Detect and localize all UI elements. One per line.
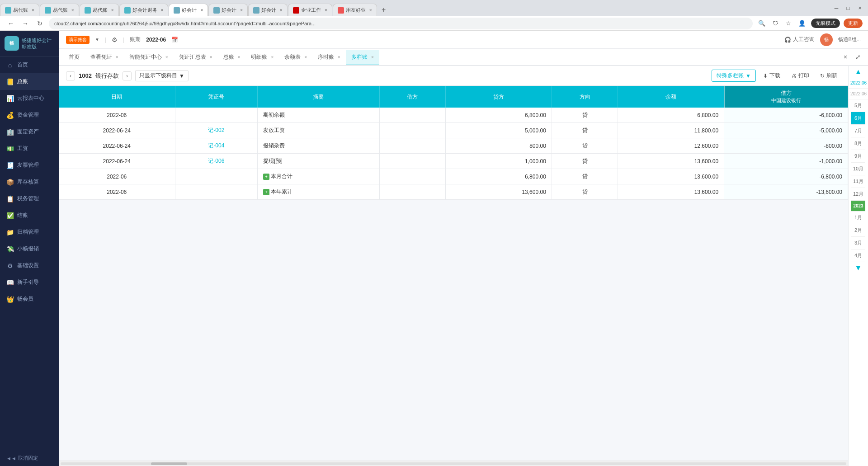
tab-close-multi-col[interactable]: × bbox=[371, 55, 374, 60]
browser-tab-4[interactable]: 好会计财务 × bbox=[119, 4, 169, 16]
url-input[interactable] bbox=[49, 18, 753, 29]
sidebar-item-salary[interactable]: 💵 工资 bbox=[0, 140, 59, 157]
demo-dropdown-icon[interactable]: ▼ bbox=[95, 37, 99, 42]
browser-tab-1[interactable]: 易代账 × bbox=[0, 4, 39, 16]
browser-tab-6[interactable]: 好会计 × bbox=[208, 4, 248, 16]
tab-close-voucher-summary[interactable]: × bbox=[210, 55, 212, 60]
browser-tab-7[interactable]: 好会计 × bbox=[248, 4, 288, 16]
prev-account-button[interactable]: ‹ bbox=[66, 71, 75, 80]
month-scroll-up-button[interactable]: ▲ bbox=[849, 66, 868, 78]
month-item-12[interactable]: 4月 bbox=[851, 249, 865, 262]
month-item-6[interactable]: 11月 bbox=[851, 175, 865, 188]
sidebar-item-expense[interactable]: 💸 小畅报销 bbox=[0, 240, 59, 257]
tab-smart-voucher[interactable]: 智能凭证中心 × bbox=[124, 50, 174, 66]
month-item-4[interactable]: 9月 bbox=[851, 150, 865, 163]
tab-close-3[interactable]: × bbox=[111, 8, 114, 13]
refresh-button[interactable]: ↻ 刷新 bbox=[816, 70, 841, 81]
tab-detail-ledger[interactable]: 明细账 × bbox=[245, 50, 279, 66]
reload-button[interactable]: ↻ bbox=[34, 18, 45, 29]
tab-nav-expand-button[interactable]: ⤢ bbox=[853, 52, 863, 62]
month-item-0[interactable]: 5月 bbox=[851, 99, 865, 112]
tab-close-general-ledger[interactable]: × bbox=[238, 55, 241, 60]
forward-button[interactable]: → bbox=[20, 18, 31, 29]
back-button[interactable]: ← bbox=[5, 18, 16, 29]
minimize-button[interactable]: ─ bbox=[832, 4, 841, 13]
settings-gear-icon[interactable]: ⚙ bbox=[112, 36, 118, 43]
multi-col-button[interactable]: 特殊多栏账 ▼ bbox=[712, 70, 756, 82]
customer-service-button[interactable]: 🎧 人工咨询 bbox=[784, 36, 815, 43]
sidebar-item-tax[interactable]: 📋 税务管理 bbox=[0, 190, 59, 207]
tab-close-8[interactable]: × bbox=[325, 8, 327, 13]
sidebar-item-guide[interactable]: 📖 新手引导 bbox=[0, 274, 59, 291]
tab-close-detail-ledger[interactable]: × bbox=[271, 55, 274, 60]
download-button[interactable]: ⬇ 下载 bbox=[760, 70, 784, 81]
sidebar-item-ledger[interactable]: 📒 总账 bbox=[0, 73, 59, 90]
tab-close-2[interactable]: × bbox=[71, 8, 74, 13]
maximize-button[interactable]: □ bbox=[844, 4, 853, 13]
month-item-2022-06-2[interactable]: 2022.06 bbox=[849, 89, 868, 99]
month-item-2022-06-top[interactable]: 2022.06 bbox=[849, 78, 868, 89]
scroll-bar[interactable] bbox=[59, 461, 848, 466]
month-item-9[interactable]: 1月 bbox=[851, 212, 865, 224]
tab-nav-close-button[interactable]: × bbox=[840, 52, 851, 62]
sidebar-item-settle[interactable]: ✅ 结账 bbox=[0, 207, 59, 224]
browser-tab-2[interactable]: 易代账 × bbox=[40, 4, 79, 16]
tab-general-ledger[interactable]: 总账 × bbox=[218, 50, 246, 66]
new-tab-button[interactable]: + bbox=[377, 4, 390, 16]
search-icon[interactable]: 🔍 bbox=[756, 19, 767, 28]
sidebar-item-home[interactable]: ⌂ 首页 bbox=[0, 56, 59, 73]
sidebar-pin-toggle[interactable]: ◄◄ 取消固定 bbox=[0, 450, 59, 466]
cell-voucher-3[interactable]: 记-006 bbox=[175, 154, 258, 169]
browser-tab-5[interactable]: 好会计 × bbox=[169, 4, 208, 16]
tab-close-smart-voucher[interactable]: × bbox=[165, 55, 168, 60]
sidebar-item-invoice[interactable]: 🧾 发票管理 bbox=[0, 157, 59, 174]
scroll-thumb[interactable] bbox=[151, 462, 187, 465]
month-item-10[interactable]: 2月 bbox=[851, 224, 865, 237]
sidebar-item-assets[interactable]: 🏢 固定资产 bbox=[0, 123, 59, 140]
month-item-1[interactable]: 6月 bbox=[851, 112, 865, 125]
tab-multi-col[interactable]: 多栏账 × bbox=[346, 50, 379, 66]
browser-tab-9[interactable]: 用友好业 × bbox=[333, 4, 377, 16]
tab-close-9[interactable]: × bbox=[369, 8, 372, 13]
incognito-button[interactable]: 无痕模式 bbox=[811, 19, 840, 28]
sidebar-item-report[interactable]: 📊 云报表中心 bbox=[0, 90, 59, 107]
tab-close-sequence-ledger[interactable]: × bbox=[338, 55, 340, 60]
browser-tab-3[interactable]: 易代账 × bbox=[80, 4, 119, 16]
profile-icon[interactable]: 👤 bbox=[797, 19, 807, 28]
tab-close-1[interactable]: × bbox=[32, 8, 34, 13]
month-item-2[interactable]: 7月 bbox=[851, 125, 865, 137]
demo-badge[interactable]: 演示账套 bbox=[66, 36, 90, 44]
user-avatar[interactable]: 畅 bbox=[820, 33, 833, 46]
tab-close-6[interactable]: × bbox=[240, 8, 243, 13]
filter-dropdown[interactable]: 只显示下级科目 ▼ bbox=[135, 70, 189, 81]
tab-voucher-summary[interactable]: 凭证汇总表 × bbox=[174, 50, 218, 66]
tab-balance[interactable]: 余额表 × bbox=[279, 50, 312, 66]
month-item-3[interactable]: 8月 bbox=[851, 137, 865, 150]
close-window-button[interactable]: × bbox=[855, 4, 864, 13]
update-button[interactable]: 更新 bbox=[844, 19, 863, 28]
sidebar-item-member[interactable]: 👑 畅会员 bbox=[0, 291, 59, 307]
cell-voucher-2[interactable]: 记-004 bbox=[175, 138, 258, 154]
tab-close-7[interactable]: × bbox=[280, 8, 283, 13]
tab-homepage[interactable]: 首页 bbox=[63, 50, 85, 66]
sidebar-item-inventory[interactable]: 📦 库存核算 bbox=[0, 174, 59, 190]
tab-close-balance[interactable]: × bbox=[304, 55, 307, 60]
calendar-icon[interactable]: 📅 bbox=[171, 37, 178, 43]
browser-tab-8[interactable]: 企业工作 × bbox=[288, 4, 332, 16]
month-item-5[interactable]: 10月 bbox=[851, 163, 865, 175]
month-scroll-down-button[interactable]: ▼ bbox=[849, 262, 868, 274]
star-icon[interactable]: ☆ bbox=[784, 19, 793, 28]
sidebar-item-archive[interactable]: 📁 归档管理 bbox=[0, 224, 59, 240]
print-button[interactable]: 🖨 打印 bbox=[788, 70, 813, 81]
tab-close-4[interactable]: × bbox=[161, 8, 164, 13]
sidebar-item-capital[interactable]: 💰 资金管理 bbox=[0, 107, 59, 123]
tab-close-voucher-view[interactable]: × bbox=[116, 55, 118, 60]
month-item-8[interactable]: 2023 bbox=[851, 201, 865, 212]
next-account-button[interactable]: › bbox=[123, 71, 132, 80]
month-item-7[interactable]: 12月 bbox=[851, 188, 865, 201]
cell-voucher-1[interactable]: 记-002 bbox=[175, 123, 258, 138]
tab-sequence-ledger[interactable]: 序时账 × bbox=[312, 50, 346, 66]
tab-close-5[interactable]: × bbox=[200, 8, 203, 13]
tab-voucher-view[interactable]: 查看凭证 × bbox=[85, 50, 124, 66]
sidebar-item-settings[interactable]: ⚙ 基础设置 bbox=[0, 257, 59, 274]
